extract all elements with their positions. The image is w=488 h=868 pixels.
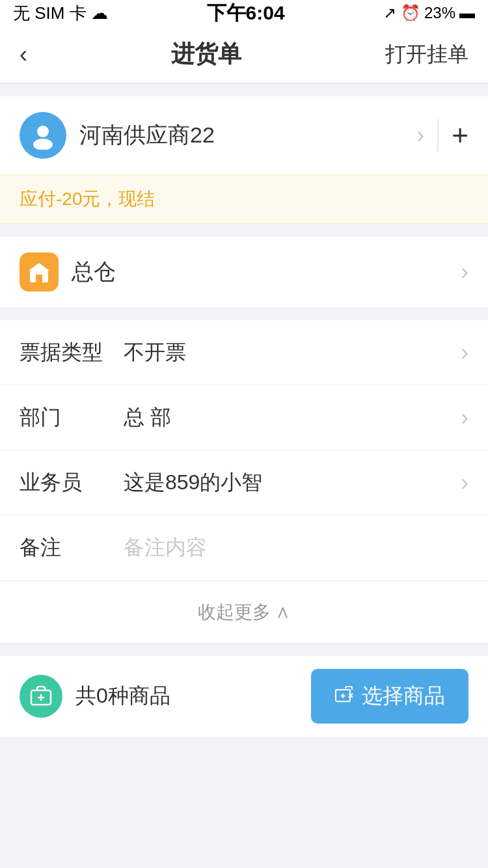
sim-status: 无 SIM 卡 ☁ [13, 2, 108, 25]
salesman-row[interactable]: 业务员 这是859的小智 › [0, 450, 488, 515]
supplier-divider [437, 119, 439, 152]
invoice-label: 票据类型 [20, 338, 111, 367]
battery-bar: ▬ [459, 4, 475, 22]
department-label: 部门 [20, 403, 111, 432]
page-rest-bg [0, 737, 488, 868]
department-row[interactable]: 部门 总 部 › [0, 385, 488, 450]
warehouse-icon [20, 252, 59, 292]
status-right: ↗ ⏰ 23% ▬ [383, 4, 475, 22]
warehouse-name: 总仓 [72, 257, 461, 287]
product-bar: 共0种商品 选择商品 [0, 656, 488, 737]
salesman-label: 业务员 [20, 468, 111, 497]
salesman-value: 这是859的小智 [111, 468, 461, 497]
notice-banner: 应付-20元，现结 [0, 174, 488, 224]
svg-point-0 [37, 126, 49, 137]
supplier-section: 河南供应商22 › + 应付-20元，现结 [0, 96, 488, 224]
select-product-label: 选择商品 [362, 682, 445, 711]
collapse-row[interactable]: 收起更多 ∧ [0, 582, 488, 643]
supplier-chevron-icon: › [416, 122, 424, 149]
supplier-name: 河南供应商22 [79, 120, 416, 150]
back-button[interactable]: ‹ [20, 41, 27, 68]
svg-point-1 [33, 139, 53, 150]
select-product-button[interactable]: 选择商品 [311, 669, 468, 724]
remark-placeholder: 备注内容 [111, 534, 468, 562]
invoice-value: 不开票 [111, 338, 461, 367]
page-title: 进货单 [171, 38, 241, 70]
notice-text: 应付-20元，现结 [20, 189, 155, 209]
salesman-chevron-icon: › [461, 469, 468, 496]
status-time: 下午6:04 [207, 0, 285, 27]
remark-label: 备注 [20, 534, 111, 562]
nav-bar: ‹ 进货单 打开挂单 [0, 26, 488, 83]
status-left: 无 SIM 卡 ☁ [13, 2, 108, 25]
svg-marker-3 [29, 263, 49, 271]
battery-icon: ↗ ⏰ [383, 4, 420, 22]
add-supplier-button[interactable]: + [452, 119, 468, 152]
svg-rect-4 [36, 275, 42, 282]
supplier-row[interactable]: 河南供应商22 › + [0, 96, 488, 174]
collapse-label: 收起更多 ∧ [198, 600, 291, 625]
department-chevron-icon: › [461, 404, 468, 431]
form-section: 票据类型 不开票 › 部门 总 部 › 业务员 这是859的小智 › 备注 备注… [0, 320, 488, 580]
product-count: 共0种商品 [75, 682, 298, 711]
status-bar: 无 SIM 卡 ☁ 下午6:04 ↗ ⏰ 23% ▬ [0, 0, 488, 26]
department-value: 总 部 [111, 403, 461, 432]
open-pending-button[interactable]: 打开挂单 [385, 40, 468, 69]
warehouse-chevron-icon: › [461, 258, 468, 286]
invoice-chevron-icon: › [461, 339, 468, 366]
product-icon [20, 675, 62, 718]
supplier-avatar [20, 112, 66, 159]
battery-percent: 23% [424, 4, 455, 22]
gap-1 [0, 83, 488, 96]
warehouse-row[interactable]: 总仓 › [0, 237, 488, 307]
remark-row[interactable]: 备注 备注内容 [0, 515, 488, 580]
invoice-row[interactable]: 票据类型 不开票 › [0, 320, 488, 385]
